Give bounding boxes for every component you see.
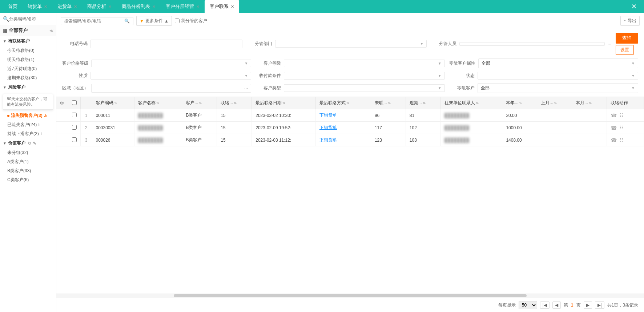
tab-home[interactable]: 首页 xyxy=(3,0,23,13)
sidebar-section-risk-title[interactable]: ▼ 风险客户 xyxy=(0,82,56,92)
sidebar-item-churned[interactable]: 已流失客户(24) ℹ xyxy=(0,120,56,129)
contact-action-icon[interactable]: ☎ xyxy=(611,125,617,131)
next-page-button[interactable]: ▶ xyxy=(584,301,592,309)
sidebar-item-declining[interactable]: 持续下滑客户(2) ℹ xyxy=(0,129,56,138)
tab-sales[interactable]: 销货单 ✕ xyxy=(23,0,52,13)
th-last-month[interactable]: 上月...⇅ xyxy=(537,97,572,109)
zero-customer-value: 全部 xyxy=(481,85,490,91)
last-method-link[interactable]: 下销货单 xyxy=(319,125,337,130)
table-scroll-thumb[interactable] xyxy=(174,294,526,297)
nature-select[interactable]: ▼ xyxy=(90,72,251,80)
price-level-select[interactable]: ▼ xyxy=(91,60,251,67)
th-name[interactable]: 客户名称⇅ xyxy=(134,97,182,109)
tab-customer-contact-close[interactable]: ✕ xyxy=(231,4,234,9)
more-action-icon[interactable]: ⠿ xyxy=(620,113,623,118)
th-type-label: 客户... xyxy=(186,100,198,105)
sidebar-all-customers[interactable]: ▦ 全部客户 ≪ xyxy=(0,25,56,36)
row-check[interactable] xyxy=(68,134,80,146)
sidebar-item-churn-warning[interactable]: 流失预警客户(3) ⚠ xyxy=(0,111,56,120)
row-last-method[interactable]: 下销货单 xyxy=(315,109,371,122)
row-last-method[interactable]: 下销货单 xyxy=(315,122,371,134)
tab-sales-close[interactable]: ✕ xyxy=(44,4,47,9)
tab-customer-tier[interactable]: 客户分层经营 ✕ xyxy=(161,0,205,13)
zero-attr-select[interactable]: 全部 ▼ xyxy=(478,58,638,68)
sidebar-section-pending-title[interactable]: ▼ 待联络客户 xyxy=(0,36,56,46)
sidebar-item-7days[interactable]: 近7天待联络(0) xyxy=(0,64,56,73)
sidebar-item-b-class[interactable]: B类客户(33) xyxy=(0,166,56,175)
person-select[interactable] xyxy=(459,42,605,46)
sidebar-section-risk: ▼ 风险客户 90天未交易的客户，可能有流失风险。 流失预警客户(3) ⚠ 已流… xyxy=(0,82,56,138)
last-page-button[interactable]: ▶| xyxy=(595,301,604,309)
th-type[interactable]: 客户...⇅ xyxy=(182,97,217,109)
th-last-date[interactable]: 最后联络日期⇅ xyxy=(252,97,316,109)
settings-button[interactable]: 设置 xyxy=(616,45,634,55)
phone-input[interactable] xyxy=(90,40,242,48)
status-select[interactable]: ▼ xyxy=(478,72,638,80)
tab-customer-tier-close[interactable]: ✕ xyxy=(196,4,200,9)
tab-purchase[interactable]: 进货单 ✕ xyxy=(52,0,82,13)
sidebar-item-a-class[interactable]: A类客户(1) xyxy=(0,157,56,166)
dept-select[interactable]: ▼ xyxy=(275,40,427,48)
contact-action-icon[interactable]: ☎ xyxy=(611,113,617,118)
more-action-icon[interactable]: ⠿ xyxy=(620,125,623,131)
payment-select[interactable]: ▼ xyxy=(284,72,444,80)
level-select[interactable]: ▼ xyxy=(284,60,444,67)
tab-product-analysis-list[interactable]: 商品分析列表 ✕ xyxy=(117,0,161,13)
row-checkbox[interactable] xyxy=(72,113,77,117)
my-customers-checkbox[interactable] xyxy=(175,19,180,23)
row-check[interactable] xyxy=(68,109,80,122)
contact-action-icon[interactable]: ☎ xyxy=(611,137,617,143)
refresh-icon[interactable]: ↻ xyxy=(28,141,31,146)
edit-icon[interactable]: ✎ xyxy=(33,141,36,146)
close-all-button[interactable]: ✕ xyxy=(627,3,641,11)
tab-product-analysis-close[interactable]: ✕ xyxy=(108,4,112,9)
export-button[interactable]: ↑ 导出 xyxy=(620,16,640,26)
th-settings[interactable]: ⚙ xyxy=(56,97,68,109)
tab-product-analysis[interactable]: 商品分析 ✕ xyxy=(82,0,117,13)
region-select[interactable]: ··· xyxy=(91,84,251,93)
sidebar-item-c-class[interactable]: C类客户(6) xyxy=(0,175,56,185)
first-page-button[interactable]: |◀ xyxy=(540,301,550,309)
sidebar-item-today[interactable]: 今天待联络(0) xyxy=(0,46,56,55)
last-method-link[interactable]: 下销货单 xyxy=(319,137,337,142)
more-action-icon[interactable]: ⠿ xyxy=(620,137,623,143)
sidebar-item-ungroup[interactable]: 未分组(32) xyxy=(0,148,56,157)
th-contact-count[interactable]: 联络...⇅ xyxy=(217,97,252,109)
th-this-month[interactable]: 本月...⇅ xyxy=(572,97,607,109)
row-checkbox[interactable] xyxy=(72,137,77,142)
customer-type-select[interactable]: ▼ xyxy=(284,84,444,92)
main-search-icon[interactable]: 🔍 xyxy=(124,19,130,24)
tab-customer-contact[interactable]: 客户联系 ✕ xyxy=(205,0,239,13)
tab-product-analysis-list-close[interactable]: ✕ xyxy=(152,4,156,9)
row-last-method[interactable]: 下销货单 xyxy=(315,134,371,146)
sidebar-item-overdue[interactable]: 逾期未联络(30) xyxy=(0,73,56,82)
zero-customer-select[interactable]: 全部 ▼ xyxy=(478,83,638,93)
th-contact-person[interactable]: 往来单位联系人⇅ xyxy=(440,97,502,109)
prev-page-button[interactable]: ◀ xyxy=(552,301,561,309)
select-all-checkbox[interactable] xyxy=(72,100,77,105)
row-check[interactable] xyxy=(68,122,80,134)
query-button[interactable]: 查询 xyxy=(616,33,638,44)
table-scroll-bar[interactable] xyxy=(56,293,644,298)
sidebar-search-input[interactable] xyxy=(9,16,56,21)
th-this-year[interactable]: 本年...⇅ xyxy=(502,97,537,109)
sidebar-item-tomorrow[interactable]: 明天待联络(1) xyxy=(0,55,56,64)
th-not-contacted[interactable]: 未联...⇅ xyxy=(371,97,406,109)
row-checkbox[interactable] xyxy=(72,125,77,130)
sidebar-collapse-icon[interactable]: ≪ xyxy=(49,29,53,33)
per-page-select[interactable]: 50 100 200 xyxy=(519,301,537,309)
region-more-icon[interactable]: ··· xyxy=(244,86,248,91)
my-customers-filter[interactable]: 我分管的客户 xyxy=(175,18,207,24)
tab-purchase-close[interactable]: ✕ xyxy=(74,4,77,9)
last-method-link[interactable]: 下销货单 xyxy=(319,113,337,118)
filter-field-customer-type: 客户类型 ▼ xyxy=(255,84,444,92)
main-search-input[interactable] xyxy=(64,19,122,24)
th-last-method[interactable]: 最后联络方式⇅ xyxy=(315,97,371,109)
triangle-icon: ▼ xyxy=(3,39,7,43)
sidebar-section-value-title[interactable]: ▼ 价值客户 ↻ ✎ xyxy=(0,138,56,148)
th-check[interactable] xyxy=(68,97,80,109)
person-more-icon[interactable]: ··· xyxy=(608,41,611,46)
th-code[interactable]: 客户编码⇅ xyxy=(92,97,134,109)
more-conditions-button[interactable]: ▼ 更多条件 ▲ xyxy=(136,16,172,26)
th-overdue[interactable]: 逾期...⇅ xyxy=(406,97,440,109)
